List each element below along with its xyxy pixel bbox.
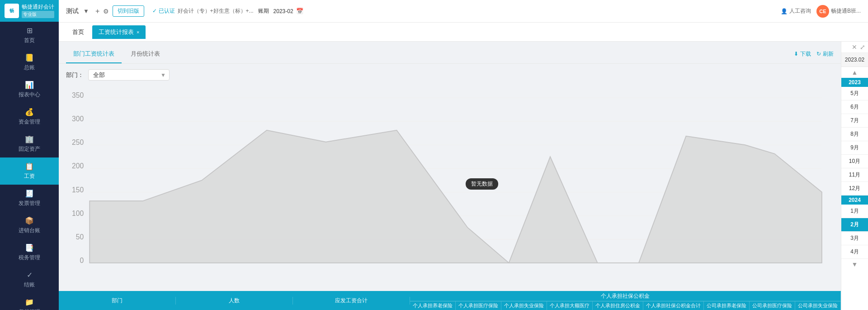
logo-icon: 畅 — [5, 4, 19, 18]
group-col-个人承担医疗保险: 个人承担医疗保险 — [456, 301, 501, 310]
filter-row: 部门： 全部 ▼ — [59, 64, 841, 86]
group-col-个人承担社保公积金合计: 个人承担社保公积金合计 — [643, 301, 704, 310]
sidebar-item-tax[interactable]: 📑税务管理 — [0, 239, 59, 266]
year-nav-up[interactable]: ▲ — [841, 67, 868, 78]
sidebar-item-assets[interactable]: 🏢固定资产 — [0, 130, 59, 157]
sidebar-item-home[interactable]: ⊞首页 — [0, 22, 59, 49]
sidebar-label-home: 首页 — [24, 37, 35, 44]
sub-tabs: 部门工资统计表 月份统计表 ⬇ 下载 ↻ 刷新 — [59, 42, 841, 64]
user-profile[interactable]: CE 畅捷通B班... — [816, 5, 861, 18]
sidebar-label-sales: 进销台账 — [19, 227, 40, 234]
group-header: 个人承担社保公积金 — [410, 291, 840, 301]
tab-salary-report[interactable]: 工资统计报表 × — [92, 25, 146, 39]
month-7[interactable]: 7月 — [841, 114, 868, 128]
panel-expand-icon[interactable]: ⤢ — [860, 43, 865, 51]
tab-close-icon[interactable]: × — [137, 29, 139, 35]
month-2024-1[interactable]: 1月 — [841, 205, 868, 218]
sidebar-item-settlement[interactable]: ✓结账 — [0, 266, 59, 293]
table-col-人数: 人数 — [176, 297, 293, 305]
sub-tab-dept[interactable]: 部门工资统计表 — [66, 47, 122, 63]
group-col-个人承担失业保险: 个人承担失业保险 — [501, 301, 547, 310]
tax-icon: 📑 — [25, 243, 34, 252]
sidebar-items: ⊞首页📒总账📊报表中心💰资金管理🏢固定资产📋工资🧾发票管理📦进销台账📑税务管理✓… — [0, 22, 59, 310]
svg-text:200: 200 — [72, 162, 84, 170]
sidebar-item-sales[interactable]: 📦进销台账 — [0, 212, 59, 239]
download-button[interactable]: ⬇ 下载 — [794, 50, 811, 58]
reports-icon: 📊 — [25, 81, 34, 89]
app-badge: 专业版 — [22, 11, 54, 18]
month-8[interactable]: 8月 — [841, 128, 868, 141]
sidebar-logo: 畅 畅捷通好会计 专业版 — [0, 0, 59, 22]
group-col-公司承担养老保险: 公司承担养老保险 — [704, 301, 750, 310]
month-6[interactable]: 6月 — [841, 100, 868, 114]
settings-icon[interactable]: ⚙ — [103, 8, 109, 15]
group-col-个人承担大额医疗: 个人承担大额医疗 — [547, 301, 593, 310]
chart-tooltip: 暂无数据 — [466, 178, 498, 190]
svg-text:100: 100 — [72, 210, 84, 217]
topbar: 测试 ▼ + ⚙ 切到旧版 ✓ 已认证 好会计（专）+好生意（标）+... 账期… — [59, 0, 868, 23]
sidebar-label-archive: 归档管理 — [19, 308, 40, 310]
assets-icon: 🏢 — [25, 135, 34, 143]
month-12[interactable]: 12月 — [841, 182, 868, 196]
sub-tab-monthly[interactable]: 月份统计表 — [123, 47, 167, 63]
year-header[interactable]: 2023.02 — [841, 53, 868, 67]
table-col-部门: 部门 — [59, 297, 176, 305]
sidebar-label-settlement: 结账 — [24, 281, 35, 289]
month-5[interactable]: 5月 — [841, 87, 868, 100]
content-wrapper: 部门工资统计表 月份统计表 ⬇ 下载 ↻ 刷新 — [59, 42, 868, 310]
year-2023-label: 2023 — [841, 78, 868, 87]
year-nav-down[interactable]: ▼ — [841, 259, 868, 270]
right-panel: ✕ ⤢ 2023.02 ▲ 2023 5月 6月 7月 8月 9月 10月 11… — [841, 42, 868, 310]
month-9[interactable]: 9月 — [841, 141, 868, 155]
month-11[interactable]: 11月 — [841, 168, 868, 182]
group-col-个人承担养老保险: 个人承担养老保险 — [410, 301, 456, 310]
sidebar-label-ledger: 总账 — [24, 64, 35, 72]
sidebar-item-salary[interactable]: 📋工资 — [0, 157, 59, 185]
sidebar-item-reports[interactable]: 📊报表中心 — [0, 76, 59, 103]
settlement-icon: ✓ — [27, 271, 33, 279]
invoice-icon: 🧾 — [25, 189, 34, 198]
month-10[interactable]: 10月 — [841, 155, 868, 168]
table-footer: 部门人数应发工资合计个人承担社保公积金个人承担养老保险个人承担医疗保险个人承担失… — [59, 291, 841, 310]
finance-icon: 💰 — [25, 108, 34, 116]
avatar: CE — [816, 5, 829, 18]
main-panel: 部门工资统计表 月份统计表 ⬇ 下载 ↻ 刷新 — [59, 42, 841, 310]
dept-filter-select[interactable]: 全部 — [88, 69, 170, 81]
group-col-公司承担医疗保险: 公司承担医疗保险 — [750, 301, 795, 310]
consult-button[interactable]: 👤 人工咨询 — [781, 7, 811, 15]
svg-text:300: 300 — [72, 115, 84, 123]
product-badges: 好会计（专）+好生意（标）+... — [178, 7, 254, 15]
salary-chart: 350 300 250 200 150 100 50 0 — [66, 86, 834, 286]
main-content: 测试 ▼ + ⚙ 切到旧版 ✓ 已认证 好会计（专）+好生意（标）+... 账期… — [59, 0, 868, 310]
svg-text:250: 250 — [72, 138, 84, 146]
sidebar-item-archive[interactable]: 📁归档管理 — [0, 293, 59, 310]
add-icon[interactable]: + — [95, 7, 99, 15]
month-2024-3[interactable]: 3月 — [841, 232, 868, 245]
sidebar-item-finance[interactable]: 💰资金管理 — [0, 103, 59, 130]
sidebar-label-invoice: 发票管理 — [19, 200, 40, 207]
sidebar-item-invoice[interactable]: 🧾发票管理 — [0, 185, 59, 212]
svg-text:350: 350 — [72, 91, 84, 99]
verified-badge: ✓ 已认证 — [152, 7, 175, 15]
ledger-icon: 📒 — [25, 53, 34, 62]
refresh-icon: ↻ — [816, 51, 821, 57]
sidebar-item-ledger[interactable]: 📒总账 — [0, 49, 59, 76]
table-col-应发工资合计: 应发工资合计 — [293, 297, 410, 305]
company-name: 测试 — [66, 7, 79, 15]
group-col-公司承担失业保险: 公司承担失业保险 — [795, 301, 840, 310]
panel-close-icon[interactable]: ✕ — [852, 43, 857, 51]
calendar-icon[interactable]: 📅 — [296, 8, 303, 14]
switch-version-button[interactable]: 切到旧版 — [113, 5, 144, 17]
tabbar: 首页 工资统计报表 × — [59, 23, 868, 42]
tab-home[interactable]: 首页 — [66, 25, 90, 39]
download-icon: ⬇ — [794, 51, 798, 57]
period-value: 2023-02 — [274, 8, 293, 14]
app-name: 畅捷通好会计 — [22, 4, 54, 11]
refresh-button[interactable]: ↻ 刷新 — [816, 50, 834, 58]
month-2024-4[interactable]: 4月 — [841, 245, 868, 259]
chart-area: 350 300 250 200 150 100 50 0 — [59, 86, 841, 291]
month-2024-2[interactable]: 2月 — [841, 218, 868, 232]
group-col-个人承担住房公积金: 个人承担住房公积金 — [593, 301, 643, 310]
home-icon: ⊞ — [27, 26, 33, 35]
company-dropdown[interactable]: ▼ — [83, 8, 89, 14]
